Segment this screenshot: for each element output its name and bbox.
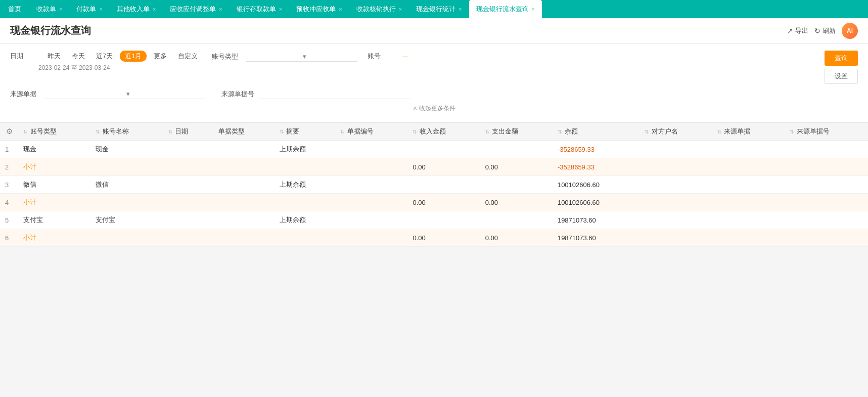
col-summary: ⇅ 摘要 [275, 123, 335, 141]
nav-home[interactable]: 首页 [0, 0, 29, 18]
sort-icon: ⇅ [485, 129, 489, 135]
sort-icon: ⇅ [645, 129, 649, 135]
cell-summary: 上期余额 [275, 176, 335, 194]
date-btn-yesterday[interactable]: 昨天 [43, 51, 65, 62]
close-icon[interactable]: × [99, 6, 102, 12]
cell-account-type: 小计 [18, 229, 90, 247]
nav-item-0[interactable]: 收款单 × [29, 0, 69, 18]
col-counterpart: ⇅ 对方户名 [639, 123, 712, 141]
close-icon[interactable]: × [339, 6, 342, 12]
table-row: 3 微信 微信 上期余额 100102606.60 [0, 176, 868, 194]
cell-summary [275, 158, 335, 176]
nav-item-8[interactable]: 现金银行流水查询 × [469, 0, 542, 18]
cell-source-doc-no [785, 194, 868, 211]
nav-item-1[interactable]: 付款单 × [69, 0, 109, 18]
sort-icon: ⇅ [280, 129, 284, 135]
col-gear: ⚙ [0, 123, 18, 141]
account-label: 账号 [368, 52, 398, 61]
cell-source-doc [712, 176, 785, 194]
sort-icon: ⇅ [413, 129, 417, 135]
cell-counterpart [639, 194, 712, 211]
nav-item-7[interactable]: 现金银行统计 × [409, 0, 469, 18]
date-btn-1month[interactable]: 近1月 [120, 51, 147, 62]
table-row: 6 小计 0.00 0.00 19871073.60 [0, 229, 868, 247]
date-btn-custom[interactable]: 自定义 [174, 51, 202, 62]
cell-expense: 0.00 [480, 194, 553, 211]
cell-date [163, 141, 214, 158]
cell-no: 6 [0, 229, 18, 247]
close-icon[interactable]: × [59, 6, 62, 12]
page-title: 现金银行流水查询 [10, 24, 91, 37]
cell-income [407, 211, 480, 229]
cell-income: 0.00 [407, 229, 480, 247]
export-button[interactable]: ↗ 导出 [787, 26, 808, 35]
date-btn-more[interactable]: 更多 [150, 51, 171, 62]
cell-doc-type [213, 194, 274, 211]
close-icon[interactable]: × [279, 6, 282, 12]
cell-account-name [90, 229, 163, 247]
source-doc-select[interactable]: ▾ [44, 89, 206, 99]
refresh-icon: ↻ [814, 27, 820, 35]
date-btn-today[interactable]: 今天 [68, 51, 89, 62]
cell-source-doc-no [785, 229, 868, 247]
cell-source-doc [712, 211, 785, 229]
close-icon[interactable]: × [153, 6, 156, 12]
table-body: 1 现金 现金 上期余额 -3528659.33 2 小计 0.00 0.00 … [0, 141, 868, 247]
close-icon[interactable]: × [399, 6, 402, 12]
cell-account-type: 微信 [18, 176, 90, 194]
source-doc-num-input[interactable] [258, 89, 410, 99]
cell-no: 1 [0, 141, 18, 158]
cell-doc-type [213, 229, 274, 247]
cell-date [163, 194, 214, 211]
table-settings-icon[interactable]: ⚙ [6, 127, 13, 136]
cell-source-doc [712, 141, 785, 158]
settings-button[interactable]: 设置 [825, 69, 858, 84]
cell-expense: 0.00 [480, 158, 553, 176]
date-btn-7days[interactable]: 近7天 [92, 51, 117, 62]
cell-account-type: 现金 [18, 141, 90, 158]
cell-expense [480, 176, 553, 194]
cell-doc-no [335, 158, 407, 176]
nav-item-2[interactable]: 其他收入单 × [110, 0, 163, 18]
ai-avatar[interactable]: Ai [842, 23, 858, 39]
cell-source-doc-no [785, 176, 868, 194]
cell-date [163, 229, 214, 247]
cell-doc-no [335, 141, 407, 158]
cell-balance: -3528659.33 [553, 141, 640, 158]
cell-summary: 上期余额 [275, 211, 335, 229]
query-button[interactable]: 查询 [825, 51, 858, 66]
sort-icon: ⇅ [96, 129, 100, 135]
close-icon[interactable]: × [459, 6, 462, 12]
sort-icon: ⇅ [717, 129, 721, 135]
refresh-button[interactable]: ↻ 刷新 [814, 26, 836, 35]
col-doc-type: 单据类型 [213, 123, 274, 141]
close-icon[interactable]: × [532, 6, 535, 12]
date-range: 2023-02-24 至 2023-03-24 [38, 64, 110, 71]
collapse-bar[interactable]: ∧ 收起更多条件 [10, 102, 858, 117]
dropdown-icon: ▾ [303, 53, 354, 60]
top-nav: 首页 收款单 × 付款单 × 其他收入单 × 应收应付调整单 × 银行存取款单 … [0, 0, 868, 18]
nav-item-6[interactable]: 收款核销执行 × [349, 0, 409, 18]
close-icon[interactable]: × [219, 6, 222, 12]
account-dots[interactable]: ··· [402, 52, 408, 60]
cell-doc-type [213, 158, 274, 176]
cell-account-type: 小计 [18, 194, 90, 211]
cell-counterpart [639, 141, 712, 158]
cell-summary [275, 194, 335, 211]
cell-source-doc [712, 194, 785, 211]
cell-expense [480, 211, 553, 229]
cell-account-name: 微信 [90, 176, 163, 194]
table-header-row: ⚙ ⇅ 账号类型 ⇅ 账号名称 ⇅ 日期 单据类型 ⇅ [0, 123, 868, 141]
cell-income: 0.00 [407, 194, 480, 211]
cell-source-doc-no [785, 211, 868, 229]
table-row: 1 现金 现金 上期余额 -3528659.33 [0, 141, 868, 158]
nav-item-5[interactable]: 预收冲应收单 × [289, 0, 349, 18]
col-account-name: ⇅ 账号名称 [90, 123, 163, 141]
account-type-select[interactable]: ▾ [246, 52, 357, 62]
collapse-label: 收起更多条件 [419, 105, 455, 112]
cell-source-doc [712, 158, 785, 176]
account-type-label: 账号类型 [212, 52, 242, 61]
nav-item-4[interactable]: 银行存取款单 × [230, 0, 289, 18]
filter-area: 日期 昨天 今天 近7天 近1月 更多 自定义 2023-02-24 至 202… [0, 43, 868, 122]
nav-item-3[interactable]: 应收应付调整单 × [163, 0, 229, 18]
